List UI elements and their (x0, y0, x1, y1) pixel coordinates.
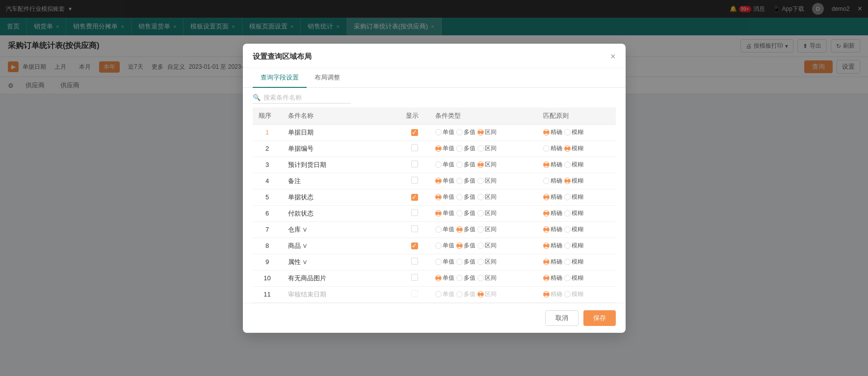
row-display-checkbox[interactable] (400, 221, 429, 238)
checkbox-display[interactable] (411, 144, 418, 151)
radio-condition-type[interactable]: 多值 (456, 274, 475, 282)
radio-match-type[interactable]: 精确 (543, 177, 562, 185)
radio-match-type[interactable]: 模糊 (564, 290, 583, 298)
save-button[interactable]: 保存 (583, 310, 616, 326)
radio-condition-type[interactable]: 多值 (456, 144, 475, 153)
radio-circle (564, 178, 571, 184)
row-condition-type: 单值多值区间 (429, 140, 537, 157)
radio-condition-type[interactable]: 单值 (435, 225, 454, 234)
radio-match-type[interactable]: 模糊 (564, 177, 583, 185)
radio-condition-type[interactable]: 多值 (456, 161, 475, 169)
radio-circle (477, 226, 484, 233)
cancel-button[interactable]: 取消 (545, 310, 579, 326)
row-display-checkbox[interactable]: ✓ (400, 124, 429, 140)
radio-condition-type[interactable]: 多值 (456, 290, 475, 298)
checkbox-display[interactable] (411, 225, 418, 232)
row-match-principle: 精确模糊 (537, 189, 616, 205)
radio-match-type[interactable]: 模糊 (564, 161, 583, 169)
radio-condition-type[interactable]: 区间 (477, 161, 497, 169)
checkbox-display[interactable] (411, 258, 418, 265)
checkbox-display[interactable]: ✓ (411, 194, 418, 201)
radio-match-type[interactable]: 精确 (543, 128, 562, 136)
radio-condition-type[interactable]: 区间 (477, 274, 497, 282)
radio-match-type[interactable]: 模糊 (564, 144, 583, 153)
radio-match-type[interactable]: 精确 (543, 144, 562, 153)
radio-condition-type[interactable]: 多值 (456, 225, 475, 234)
row-display-checkbox[interactable] (400, 254, 429, 270)
table-row: 7仓库 ∨单值多值区间精确模糊 (253, 221, 616, 238)
radio-condition-type[interactable]: 区间 (477, 177, 497, 185)
table-row: 2单据编号单值多值区间精确模糊 (253, 140, 616, 157)
table-row: 11审核结束日期单值多值区间精确模糊 (253, 286, 616, 302)
row-order: 10 (253, 270, 282, 286)
radio-match-type[interactable]: 模糊 (564, 242, 583, 250)
radio-match-type[interactable]: 模糊 (564, 193, 583, 201)
checkbox-display[interactable] (411, 161, 418, 167)
radio-condition-type[interactable]: 区间 (477, 193, 497, 201)
radio-match-type[interactable]: 模糊 (564, 274, 583, 282)
radio-condition-type[interactable]: 多值 (456, 128, 475, 136)
modal-tab-query-fields[interactable]: 查询字段设置 (253, 68, 307, 88)
radio-condition-type[interactable]: 多值 (456, 193, 475, 201)
row-display-checkbox[interactable] (400, 205, 429, 221)
radio-condition-type[interactable]: 区间 (477, 225, 497, 234)
radio-circle (477, 129, 484, 135)
radio-circle (564, 145, 571, 152)
row-display-checkbox[interactable] (400, 140, 429, 157)
radio-match-type[interactable]: 精确 (543, 258, 562, 266)
radio-match-type[interactable]: 模糊 (564, 258, 583, 266)
search-input[interactable] (263, 94, 342, 101)
radio-circle (564, 161, 571, 168)
row-display-checkbox[interactable]: ✓ (400, 189, 429, 205)
radio-condition-type[interactable]: 单值 (435, 274, 454, 282)
radio-match-type[interactable]: 模糊 (564, 128, 583, 136)
radio-condition-type[interactable]: 区间 (477, 258, 497, 266)
row-condition-type: 单值多值区间 (429, 270, 537, 286)
radio-match-type[interactable]: 精确 (543, 225, 562, 234)
checkbox-display[interactable] (411, 177, 418, 184)
row-display-checkbox[interactable] (400, 173, 429, 189)
row-display-checkbox[interactable] (400, 270, 429, 286)
checkbox-display[interactable]: ✓ (411, 242, 418, 249)
radio-condition-type[interactable]: 多值 (456, 242, 475, 250)
radio-condition-type[interactable]: 区间 (477, 128, 497, 136)
checkbox-display[interactable] (411, 209, 418, 216)
radio-condition-type[interactable]: 单值 (435, 242, 454, 250)
radio-match-type[interactable]: 精确 (543, 274, 562, 282)
radio-condition-type[interactable]: 单值 (435, 161, 454, 169)
radio-match-type[interactable]: 精确 (543, 290, 562, 298)
radio-circle (543, 194, 550, 200)
radio-match-type[interactable]: 模糊 (564, 225, 583, 234)
radio-condition-type[interactable]: 区间 (477, 209, 497, 217)
radio-match-type[interactable]: 精确 (543, 209, 562, 217)
radio-condition-type[interactable]: 单值 (435, 258, 454, 266)
radio-condition-type[interactable]: 多值 (456, 258, 475, 266)
radio-condition-type[interactable]: 单值 (435, 177, 454, 185)
radio-circle (456, 291, 463, 297)
row-display-checkbox[interactable]: ✓ (400, 238, 429, 254)
modal-close-button[interactable]: × (610, 52, 616, 62)
row-match-principle: 精确模糊 (537, 254, 616, 270)
row-display-checkbox[interactable] (400, 157, 429, 173)
radio-condition-type[interactable]: 单值 (435, 128, 454, 136)
modal-tab-layout[interactable]: 布局调整 (307, 68, 348, 88)
radio-condition-type[interactable]: 单值 (435, 144, 454, 153)
col-name: 条件名称 (282, 107, 400, 125)
radio-condition-type[interactable]: 多值 (456, 177, 475, 185)
radio-condition-type[interactable]: 单值 (435, 209, 454, 217)
radio-condition-type[interactable]: 单值 (435, 193, 454, 201)
radio-match-type[interactable]: 精确 (543, 193, 562, 201)
radio-condition-type[interactable]: 单值 (435, 290, 454, 298)
checkbox-display[interactable] (411, 274, 418, 281)
radio-condition-type[interactable]: 区间 (477, 144, 497, 153)
row-display-checkbox[interactable] (400, 286, 429, 302)
checkbox-display[interactable] (411, 290, 418, 297)
radio-match-type[interactable]: 精确 (543, 161, 562, 169)
radio-match-type[interactable]: 模糊 (564, 209, 583, 217)
radio-condition-type[interactable]: 多值 (456, 209, 475, 217)
radio-condition-type[interactable]: 区间 (477, 242, 497, 250)
checkbox-display[interactable]: ✓ (411, 129, 418, 136)
radio-circle (543, 145, 550, 152)
radio-match-type[interactable]: 精确 (543, 242, 562, 250)
radio-condition-type[interactable]: 区间 (477, 290, 497, 298)
